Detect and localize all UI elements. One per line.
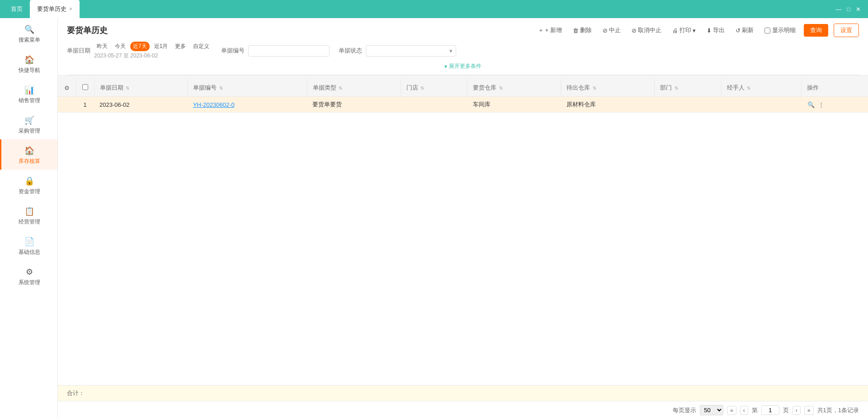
col-doc-type[interactable]: 单据类型 ⇅ xyxy=(307,79,401,97)
row-req-warehouse: 车间库 xyxy=(467,97,561,113)
row-num-text: 1 xyxy=(83,101,86,108)
row-doc-num: YH-20230602-0 xyxy=(188,97,307,113)
page-num-input[interactable] xyxy=(761,405,779,415)
settings-label: 设置 xyxy=(840,26,852,34)
display-detail-checkbox[interactable] xyxy=(764,28,770,33)
delete-label: 删除 xyxy=(580,26,592,34)
date-shortcut-today[interactable]: 今天 xyxy=(112,42,128,51)
date-range-text: 2023-05-27 至 2023-06-02 xyxy=(94,52,212,60)
sidebar-item-system-mgmt-label: 系统管理 xyxy=(19,279,40,286)
sort-pending-warehouse-icon: ⇅ xyxy=(593,86,596,90)
expand-more-btn[interactable]: ▾ 展开更多条件 xyxy=(67,60,859,70)
sidebar-item-quick-nav[interactable]: 🏠 快捷导航 xyxy=(0,48,57,79)
prev-page-btn[interactable]: ‹ xyxy=(740,406,748,415)
main-layout: 🔍 搜索菜单 🏠 快捷导航 📊 销售管理 🛒 采购管理 🏠 库存核算 🔒 资金管… xyxy=(0,18,868,419)
col-req-warehouse[interactable]: 要货仓库 ⇅ xyxy=(467,79,561,97)
next-page-btn[interactable]: › xyxy=(793,406,801,415)
col-store[interactable]: 门店 ⇅ xyxy=(401,79,467,97)
col-req-warehouse-label: 要货仓库 xyxy=(473,84,496,91)
table-row: 1 2023-06-02 YH-20230602-0 要货单要货 xyxy=(58,97,868,113)
stop-button[interactable]: ⊘ 中止 xyxy=(600,24,623,36)
page-header: 要货单历史 ＋ + 新增 🗑 删除 ⊘ 中止 ⊘ xyxy=(58,18,868,76)
tab-home[interactable]: 首页 xyxy=(4,0,30,18)
col-handler[interactable]: 经手人 ⇅ xyxy=(721,79,801,97)
inventory-icon: 🏠 xyxy=(24,146,34,156)
sidebar-item-inventory[interactable]: 🏠 库存核算 xyxy=(0,139,57,170)
date-shortcut-1month[interactable]: 近1月 xyxy=(151,42,171,51)
col-doc-num[interactable]: 单据编号 ⇅ xyxy=(188,79,307,97)
cancel-stop-button[interactable]: ⊘ 取消中止 xyxy=(629,24,664,36)
settings-button[interactable]: 设置 xyxy=(834,24,859,37)
select-all-checkbox[interactable] xyxy=(82,84,88,90)
tab-close-icon[interactable]: × xyxy=(69,6,72,12)
row-doc-date: 2023-06-02 xyxy=(94,97,188,113)
content-area: 要货单历史 ＋ + 新增 🗑 删除 ⊘ 中止 ⊘ xyxy=(58,18,868,419)
print-icon: 🖨 xyxy=(672,27,678,34)
refresh-icon: ↺ xyxy=(736,27,741,34)
col-doc-date[interactable]: 单据日期 ⇅ xyxy=(94,79,188,97)
col-pending-warehouse[interactable]: 待出仓库 ⇅ xyxy=(561,79,655,97)
sidebar-item-sales-mgmt[interactable]: 📊 销售管理 xyxy=(0,79,57,109)
ops-mgmt-icon: 📋 xyxy=(24,206,34,216)
row-more-icon[interactable]: ⋮ xyxy=(818,101,824,108)
date-filter-label: 单据日期 xyxy=(67,47,90,55)
last-page-btn[interactable]: » xyxy=(804,406,814,415)
display-detail-button[interactable]: 显示明细 xyxy=(762,24,798,36)
stop-icon: ⊘ xyxy=(603,27,608,34)
row-actions: 🔍 ⋮ xyxy=(801,97,868,113)
sidebar-item-purchase-mgmt[interactable]: 🛒 采购管理 xyxy=(0,109,57,139)
status-select[interactable] xyxy=(366,45,456,57)
sidebar-item-system-mgmt[interactable]: ⚙ 系统管理 xyxy=(0,261,57,291)
top-bar: 首页 要货单历史 × — □ ✕ xyxy=(0,0,868,18)
status-select-wrapper xyxy=(366,45,456,57)
data-table: ⚙ 单据日期 ⇅ 单据编号 ⇅ 单据类型 xyxy=(58,79,868,113)
new-icon: ＋ xyxy=(538,26,544,34)
search-menu-icon: 🔍 xyxy=(24,24,34,34)
row-doc-type-text: 要货单要货 xyxy=(312,101,342,108)
minimize-icon[interactable]: — xyxy=(835,6,841,13)
maximize-icon[interactable]: □ xyxy=(847,6,850,13)
sidebar-item-search-menu[interactable]: 🔍 搜索菜单 xyxy=(0,18,57,48)
per-page-select[interactable]: 20 50 100 200 xyxy=(700,405,723,415)
col-settings[interactable]: ⚙ xyxy=(58,79,76,97)
first-page-btn[interactable]: « xyxy=(727,406,736,415)
date-shortcut-yesterday[interactable]: 昨天 xyxy=(94,42,110,51)
delete-button[interactable]: 🗑 删除 xyxy=(570,24,594,36)
new-button[interactable]: ＋ + 新增 xyxy=(535,24,565,36)
sales-mgmt-icon: 📊 xyxy=(24,85,34,95)
close-icon[interactable]: ✕ xyxy=(856,6,861,13)
export-icon: ⬇ xyxy=(707,27,712,34)
date-shortcut-7days[interactable]: 近7天 xyxy=(130,42,150,51)
date-shortcut-custom[interactable]: 自定义 xyxy=(190,42,212,51)
print-button[interactable]: 🖨 打印 ▾ xyxy=(670,24,698,36)
refresh-button[interactable]: ↺ 刷新 xyxy=(733,24,756,36)
sidebar-item-ops-mgmt[interactable]: 📋 经营管理 xyxy=(0,200,57,230)
filter-area: 单据日期 昨天 今天 近7天 近1月 更多 自定义 2023-05-27 至 2… xyxy=(67,42,859,75)
query-label: 查询 xyxy=(810,26,822,34)
table-area: ⚙ 单据日期 ⇅ 单据编号 ⇅ 单据类型 xyxy=(58,79,868,385)
new-label: + 新增 xyxy=(545,26,562,34)
page-suffix: 页 xyxy=(783,406,789,414)
col-dept[interactable]: 部门 ⇅ xyxy=(655,79,722,97)
tab-home-label: 首页 xyxy=(11,5,23,13)
sidebar-item-inventory-label: 库存核算 xyxy=(19,157,40,165)
doc-num-label: 单据编号 xyxy=(221,47,245,55)
sidebar-item-basic-info[interactable]: 📄 基础信息 xyxy=(0,230,57,261)
row-settings xyxy=(58,97,76,113)
sidebar-item-finance-mgmt[interactable]: 🔒 资金管理 xyxy=(0,170,57,200)
display-detail-label: 显示明细 xyxy=(772,26,796,34)
row-dept xyxy=(655,97,722,113)
sort-req-warehouse-icon: ⇅ xyxy=(499,86,503,90)
footer-total-label: 合计： xyxy=(67,390,85,396)
tab-requisition-history[interactable]: 要货单历史 × xyxy=(30,0,80,18)
doc-num-input[interactable] xyxy=(248,45,330,57)
stop-label: 中止 xyxy=(609,26,621,34)
export-button[interactable]: ⬇ 导出 xyxy=(704,24,727,36)
row-doc-num-link[interactable]: YH-20230602-0 xyxy=(193,101,235,108)
row-view-icon[interactable]: 🔍 xyxy=(807,101,815,108)
query-button[interactable]: 查询 xyxy=(804,24,828,37)
col-dept-label: 部门 xyxy=(660,84,672,91)
page-title: 要货单历史 xyxy=(67,25,108,36)
system-mgmt-icon: ⚙ xyxy=(26,267,33,277)
date-shortcut-more[interactable]: 更多 xyxy=(172,42,189,51)
